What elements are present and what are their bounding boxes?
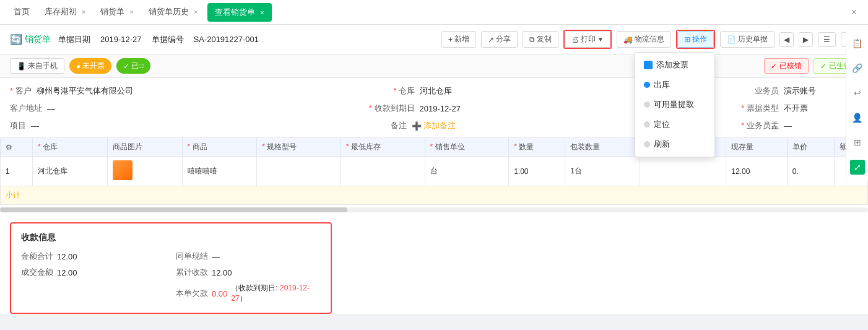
cell-spec [257,157,341,186]
doc-meta: 单据日期 2019-12-27 单据编号 SA-20191227-001 [58,34,259,45]
dropdown-available-qty[interactable]: 可用量提取 [635,95,714,115]
project-label: 项目 [10,120,26,131]
check-circle-icon: ✓ [771,62,777,71]
right-icon-grid[interactable]: ⊞ [850,135,865,150]
table-header-row: ⚙ 仓库 商品图片 商品 规格型号 最低库存 销售单位 数量 包装数量 可用量（… [1,138,868,157]
tab-sales-order[interactable]: 销货单 × [93,0,141,25]
subtotal-row: 小计 [1,186,868,205]
cell-warehouse: 河北仓库 [33,157,108,186]
logistics-button[interactable]: 🚚 物流信息 [617,31,671,48]
cumulative-label: 累计收款 [176,267,208,278]
address-value: — [47,104,121,113]
from-phone-button[interactable]: 📱 来自手机 [10,58,64,74]
tab-close-inventory[interactable]: × [82,8,85,15]
horizontal-scrollbar[interactable] [0,207,868,212]
cell-index: 1 [1,157,33,186]
plus-icon: + [448,35,453,44]
receipt-section: 收款信息 金额合计 12.00 同单现结 — 成交金额 12.00 累计收款 1… [10,222,332,314]
operate-button[interactable]: ⊞ 操作 [677,31,714,48]
nav-prev-button[interactable]: ◀ [779,32,794,47]
right-icon-expand[interactable]: ⤢ [850,160,865,175]
confirmed-button[interactable]: ✓ 已□ [116,58,150,74]
check-icon: ✓ [123,62,129,71]
customer-label: 客户 [10,85,32,97]
receipt-total: 金额合计 12.00 [21,251,166,262]
receipt-same-order: 同单现结 — [176,251,321,262]
date-value: 2019-12-27 [100,35,142,44]
form-section: 客户 柳州粤港平安气体有限公司 仓库 河北仓库 业务员 演示账号 客户地址 — … [0,78,868,131]
main-content: 🔄 销货单 单据日期 2019-12-27 单据编号 SA-20191227-0… [0,25,868,314]
available-qty-icon [644,102,650,108]
right-icon-return[interactable]: ↩ [850,85,865,100]
form-row-project: 项目 — 备注 ➕ 添加备注 业务员盂 — [10,120,858,131]
plus-note-icon: ➕ [412,121,422,131]
col-unit-price: 单价 [787,138,834,157]
print-highlight: 🖨 打印 ▼ [563,30,612,49]
scrollbar-thumb[interactable] [0,207,347,212]
share-button[interactable]: ↗ 分享 [481,31,518,48]
operate-container: ⊞ 操作 添加发票 出库 可用量提取 [676,30,715,49]
dropdown-add-invoice[interactable]: 添加发票 [635,55,714,75]
new-button[interactable]: + 新增 [441,31,476,48]
customer-value: 柳州粤港平安气体有限公司 [37,85,133,97]
tab-inventory-init[interactable]: 库存期初 × [37,0,93,25]
tab-close-history[interactable]: × [194,8,197,15]
tab-sales-history[interactable]: 销货单历史 × [141,0,205,25]
doc-icon: 🔄 [10,33,22,45]
list-view-button[interactable]: ☰ [818,32,836,47]
share-icon: ↗ [488,35,494,44]
cell-quantity: 1.00 [509,157,565,186]
cell-sales-unit: 台 [425,157,509,186]
col-spec: 规格型号 [257,138,341,157]
project-value: — [31,121,105,131]
add-note-button[interactable]: ➕ 添加备注 [412,120,456,131]
due-date-note: （收款到期日: 2019-12-27） [231,283,321,304]
right-icon-user[interactable]: 👤 [850,110,865,125]
dropdown-locate[interactable]: 定位 [635,115,714,134]
total-value: 12.00 [57,252,77,261]
right-icon-doc[interactable]: 📋 [850,36,865,51]
col-pack-qty: 包装数量 [565,138,640,157]
not-open-button[interactable]: ● 未开票 [69,58,111,74]
tab-close-view[interactable]: × [260,9,264,16]
owed-value: 0.00 [212,289,227,298]
dropdown-out-warehouse[interactable]: 出库 [635,75,714,95]
cell-pack-qty: 1台 [565,157,640,186]
same-order-label: 同单现结 [176,251,208,262]
cell-unit-price: 0. [787,157,834,186]
history-button[interactable]: 📄 历史单据 [720,31,775,48]
deal-amount-label: 成交金额 [21,267,53,278]
salesperson-label: 业务员 [755,85,779,97]
copy-button[interactable]: ⧉ 复制 [523,31,558,48]
due-date-value: 2019-12-27 [420,104,494,113]
receipt-cumulative: 累计收款 12.00 [176,267,321,278]
col-product: 商品 [182,138,257,157]
tab-view-sales[interactable]: 查看销货单 × [207,3,271,22]
col-quantity: 数量 [509,138,565,157]
tab-close-sales[interactable]: × [129,8,133,15]
date-label: 单据日期 [58,34,90,45]
warehouse-label: 仓库 [394,85,415,97]
dropdown-refresh[interactable]: 刷新 [635,134,714,154]
number-label: 单据编号 [152,34,184,45]
right-icon-link[interactable]: 🔗 [850,61,865,76]
subtotal-label: 小计 [1,186,868,205]
truck-icon: 🚚 [623,35,633,44]
number-value: SA-20191227-001 [194,35,259,44]
form-row-address: 客户地址 — 收款到期日 2019-12-27 票据类型 不开票 [10,103,858,114]
address-label: 客户地址 [10,103,42,114]
deal-amount-value: 12.00 [57,268,77,277]
toolbar-row: 📱 来自手机 ● 未开票 ✓ 已□ ✓ 已核销 ✓ 已生效 [0,54,868,78]
close-window-button[interactable]: × [846,7,862,18]
cumulative-value: 12.00 [212,268,232,277]
print-button[interactable]: 🖨 打印 ▼ [565,31,610,48]
col-settings[interactable]: ⚙ [1,138,33,157]
tab-home[interactable]: 首页 [6,0,37,25]
cell-min-stock [341,157,425,186]
cell-product-img [107,157,182,186]
receipt-owed: 本单欠款 0.00 （收款到期日: 2019-12-27） [176,283,321,304]
nav-next-button[interactable]: ▶ [799,32,813,47]
list-icon: ☰ [823,35,830,44]
note-label: 备注 [391,120,407,131]
operate-dropdown: 添加发票 出库 可用量提取 定位 [635,52,715,157]
